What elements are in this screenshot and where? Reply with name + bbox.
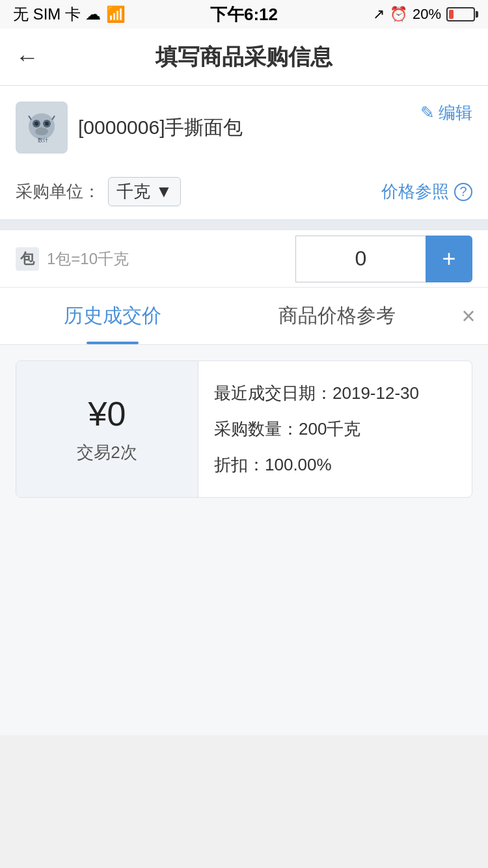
plus-button[interactable]: +: [426, 236, 472, 282]
quantity-row: 包 1包=10千克 +: [0, 230, 488, 288]
history-price: ¥0: [88, 394, 126, 433]
recent-date-value: 2019-12-30: [332, 383, 419, 403]
discount-row: 折扣：100.00%: [214, 452, 456, 478]
purchase-qty-row: 采购数量：200千克: [214, 416, 456, 442]
svg-line-8: [52, 116, 55, 120]
product-card: 数计 [0000006]手撕面包 ✎ 编辑 采购单位： 千克 ▼ 价格参照 ?: [0, 86, 488, 220]
svg-point-3: [34, 122, 38, 126]
status-time: 下午6:12: [210, 3, 278, 26]
discount-value: 100.00%: [265, 455, 332, 474]
nav-bar: ← 填写商品采购信息: [0, 29, 488, 86]
tab-active-indicator: [87, 342, 139, 344]
product-image: 数计: [16, 102, 68, 154]
tab-price-reference[interactable]: 商品价格参考: [224, 288, 449, 344]
price-ref-label: 价格参照: [381, 180, 449, 203]
tab-history-label: 历史成交价: [64, 303, 161, 329]
close-button[interactable]: ×: [449, 288, 488, 345]
svg-point-4: [45, 122, 49, 126]
status-bar: 无 SIM 卡 ☁ 📶 下午6:12 ↗ ⏰ 20%: [0, 0, 488, 29]
history-trades: 交易2次: [77, 441, 137, 464]
section-divider: [0, 220, 488, 230]
product-name: [0000006]手撕面包: [78, 114, 243, 141]
recent-date-label: 最近成交日期：: [214, 383, 332, 403]
location-icon: ↗: [373, 6, 385, 23]
price-ref-button[interactable]: 价格参照 ?: [381, 180, 472, 203]
purchase-qty-value: 200千克: [299, 419, 360, 439]
unit-conversion: 1包=10千克: [47, 249, 129, 269]
history-card: ¥0 交易2次 最近成交日期：2019-12-30 采购数量：200千克 折扣：…: [16, 360, 472, 498]
purchase-unit-label: 采购单位：: [16, 180, 100, 203]
battery-percent: 20%: [413, 6, 441, 23]
unit-select[interactable]: 千克 ▼: [108, 177, 181, 206]
status-left: 无 SIM 卡 ☁ 📶: [13, 4, 126, 25]
wifi-icon: 📶: [106, 5, 126, 23]
quantity-input-group: +: [295, 236, 472, 282]
tab-price-ref-label: 商品价格参考: [278, 303, 396, 329]
back-button[interactable]: ←: [16, 44, 39, 71]
purchase-unit-left: 采购单位： 千克 ▼: [16, 177, 181, 206]
edit-button[interactable]: ✎ 编辑: [420, 102, 472, 124]
product-thumbnail-icon: 数计: [22, 108, 61, 147]
tabs-bar: 历史成交价 商品价格参考 ×: [0, 288, 488, 345]
svg-text:数计: 数计: [38, 137, 48, 143]
quantity-input[interactable]: [295, 236, 426, 282]
help-icon: ?: [454, 183, 472, 201]
purchase-qty-label: 采购数量：: [214, 419, 299, 439]
history-details-section: 最近成交日期：2019-12-30 采购数量：200千克 折扣：100.00%: [198, 361, 472, 497]
svg-point-5: [35, 128, 48, 135]
alarm-icon: ⏰: [390, 6, 407, 23]
edit-label: 编辑: [439, 102, 472, 124]
unit-value: 千克: [116, 180, 150, 203]
tab-history-price[interactable]: 历史成交价: [0, 288, 224, 344]
page-title: 填写商品采购信息: [156, 42, 332, 72]
unit-icon: 包: [16, 247, 39, 271]
history-price-section: ¥0 交易2次: [16, 361, 198, 497]
purchase-unit-row: 采购单位： 千克 ▼ 价格参照 ?: [16, 167, 472, 219]
dropdown-icon: ▼: [156, 182, 172, 202]
edit-icon: ✎: [420, 103, 435, 123]
unit-label: 包 1包=10千克: [16, 247, 295, 271]
product-header: 数计 [0000006]手撕面包 ✎ 编辑: [16, 102, 472, 154]
battery-icon: [446, 7, 475, 21]
sim-label: 无 SIM 卡 ☁: [13, 4, 101, 25]
discount-label: 折扣：: [214, 455, 265, 474]
recent-date-row: 最近成交日期：2019-12-30: [214, 381, 456, 406]
svg-line-7: [29, 116, 31, 120]
status-right: ↗ ⏰ 20%: [373, 6, 475, 23]
content-area: ¥0 交易2次 最近成交日期：2019-12-30 采购数量：200千克 折扣：…: [0, 345, 488, 735]
product-left: 数计 [0000006]手撕面包: [16, 102, 243, 154]
